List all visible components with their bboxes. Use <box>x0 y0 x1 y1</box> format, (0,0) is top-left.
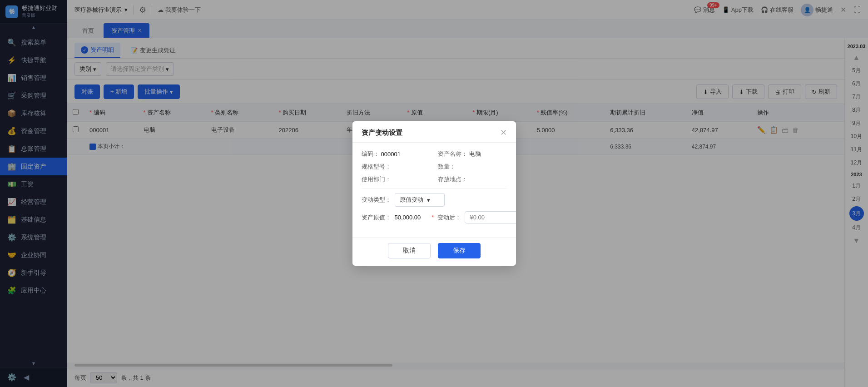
modal-quantity-field: 数量： <box>438 163 507 171</box>
modal-code-field: 编码： 000001 <box>362 150 431 158</box>
modal-spec-label: 规格型号： <box>362 163 391 171</box>
modal-change-type-label: 变动类型： <box>362 196 391 204</box>
modal-spec-field: 规格型号： <box>362 163 431 171</box>
modal-code-value: 000001 <box>381 151 401 158</box>
modal-header: 资产变动设置 ✕ <box>352 121 516 143</box>
modal-footer: 取消 保存 <box>352 237 516 266</box>
modal-title: 资产变动设置 <box>362 129 402 137</box>
modal-asset-name-value: 电脑 <box>469 150 481 158</box>
modal-body: 编码： 000001 资产名称： 电脑 规格型号： 数量： <box>352 143 516 237</box>
modal-value-row: 资产原值： 50,000.00 * 变动后： <box>362 211 507 223</box>
save-button[interactable]: 保存 <box>438 243 481 258</box>
asset-change-modal: 资产变动设置 ✕ 编码： 000001 资产名称： 电脑 规格型号： <box>352 121 516 266</box>
cancel-button[interactable]: 取消 <box>388 243 431 258</box>
modal-location-label: 存放地点： <box>438 175 467 184</box>
modal-change-type-value: 原值变动 <box>400 196 423 204</box>
modal-change-type-select[interactable]: 原值变动 ▾ <box>395 193 445 207</box>
modal-asset-value-label: 资产原值： <box>362 213 391 222</box>
modal-close-icon[interactable]: ✕ <box>500 128 507 138</box>
modal-asset-value: 50,000.00 <box>395 214 421 221</box>
modal-row-2: 规格型号： 数量： <box>362 163 507 171</box>
modal-quantity-label: 数量： <box>438 163 456 171</box>
modal-divider <box>362 188 507 189</box>
modal-after-change-input[interactable] <box>465 211 516 223</box>
modal-code-label: 编码： <box>362 150 379 158</box>
modal-change-type-row: 变动类型： 原值变动 ▾ <box>362 193 507 207</box>
modal-asset-name-field: 资产名称： 电脑 <box>438 150 507 158</box>
modal-row-3: 使用部门： 存放地点： <box>362 175 507 184</box>
change-type-dropdown-arrow: ▾ <box>427 197 430 203</box>
modal-row-1: 编码： 000001 资产名称： 电脑 <box>362 150 507 158</box>
modal-asset-name-label: 资产名称： <box>438 150 467 158</box>
modal-overlay: 资产变动设置 ✕ 编码： 000001 资产名称： 电脑 规格型号： <box>0 0 868 387</box>
modal-department-label: 使用部门： <box>362 175 391 184</box>
modal-location-field: 存放地点： <box>438 175 507 184</box>
modal-after-change-label: 变动后： <box>437 213 461 222</box>
modal-required-star: * <box>432 214 434 221</box>
modal-department-field: 使用部门： <box>362 175 431 184</box>
